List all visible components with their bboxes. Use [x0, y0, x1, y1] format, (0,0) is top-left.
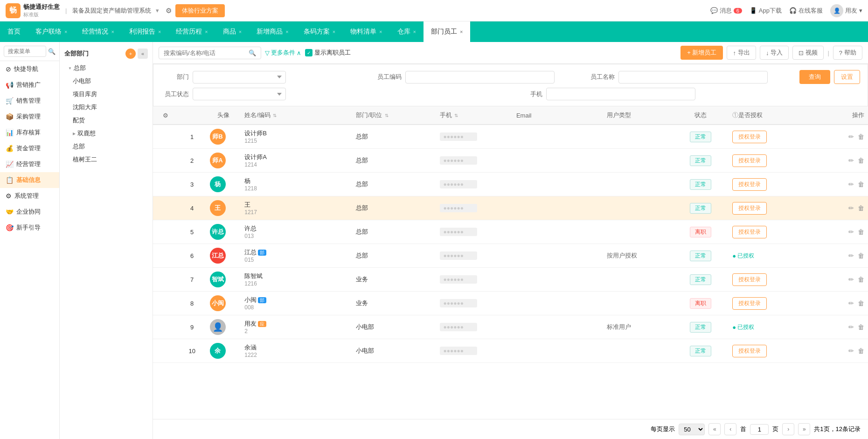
th-dept[interactable]: 部门/职位 ⇅	[352, 106, 436, 125]
close-icon[interactable]: ×	[158, 29, 161, 35]
auth-login-button[interactable]: 授权登录	[732, 154, 767, 167]
page-number-input[interactable]	[750, 424, 769, 435]
sidebar-item-basic[interactable]: 📋基础信息	[0, 172, 59, 188]
chevron-down-icon[interactable]: ▾	[156, 7, 159, 14]
delete-button[interactable]: 🗑	[858, 300, 864, 307]
add-employee-button[interactable]: + 新增员工	[681, 46, 723, 60]
edit-button[interactable]: ✏	[848, 323, 854, 331]
tab-warehouse[interactable]: 仓库 ×	[390, 21, 424, 42]
delete-button[interactable]: 🗑	[858, 276, 864, 283]
tab-home[interactable]: 首页	[0, 21, 28, 42]
dept-tree-item-shuanglu[interactable]: ▶ 双鹿想	[60, 127, 153, 140]
dept-tree-item-shenyang[interactable]: 沈阳大库	[60, 101, 153, 114]
tab-customer[interactable]: 客户联络 ×	[28, 21, 75, 42]
sidebar-item-company[interactable]: 🤝企业协同	[0, 204, 59, 220]
dept-tree-item-zongbu-parent[interactable]: ▼ 总部	[60, 62, 153, 75]
search-input[interactable]	[164, 49, 247, 56]
sidebar-item-system[interactable]: ⚙系统管理	[0, 188, 59, 204]
auth-login-button[interactable]: 授权登录	[732, 178, 767, 191]
trial-button[interactable]: 体验行业方案	[175, 4, 225, 17]
delete-button[interactable]: 🗑	[858, 157, 864, 164]
show-resigned-toggle[interactable]: ✓ 显示离职员工	[305, 49, 351, 57]
delete-button[interactable]: 🗑	[858, 181, 864, 188]
dept-add-icon[interactable]: +	[125, 49, 136, 59]
export-button[interactable]: ↑ 导出	[727, 46, 756, 60]
last-page-button[interactable]: »	[798, 423, 810, 435]
close-icon[interactable]: ×	[64, 29, 67, 35]
close-icon[interactable]: ×	[239, 29, 242, 35]
app-download-item[interactable]: 📱 App下载	[750, 7, 782, 15]
more-conditions-button[interactable]: ▽ 更多条件 ∧	[265, 49, 301, 57]
delete-button[interactable]: 🗑	[858, 228, 864, 236]
prev-page-button[interactable]: ‹	[724, 423, 736, 435]
dept-tree-item-project[interactable]: 项目库房	[60, 88, 153, 101]
column-settings-icon[interactable]: ⚙	[163, 112, 168, 119]
sidebar-item-purchase[interactable]: 📦采购管理	[0, 109, 59, 125]
sidebar-item-guide[interactable]: 🎯新手引导	[0, 220, 59, 236]
sidebar-item-marketing[interactable]: 📢营销推广	[0, 77, 59, 93]
edit-button[interactable]: ✏	[848, 300, 854, 307]
sidebar-item-operation[interactable]: 📈经营管理	[0, 156, 59, 172]
edit-button[interactable]: ✏	[848, 276, 854, 283]
close-icon[interactable]: ×	[379, 29, 382, 35]
page-size-select[interactable]: 50 100 200	[679, 424, 705, 435]
delete-button[interactable]: 🗑	[858, 133, 864, 140]
query-button[interactable]: 查询	[799, 70, 830, 84]
auth-login-button[interactable]: 授权登录	[732, 297, 767, 310]
tab-goods[interactable]: 商品 ×	[215, 21, 249, 42]
sidebar-item-inventory[interactable]: 📊库存核算	[0, 125, 59, 140]
th-phone[interactable]: 手机 ⇅	[436, 106, 513, 125]
tab-operation-history[interactable]: 经营历程 ×	[168, 21, 215, 42]
empstatus-select[interactable]	[193, 88, 286, 100]
import-button[interactable]: ↓ 导入	[760, 46, 789, 60]
delete-button[interactable]: 🗑	[858, 252, 864, 259]
edit-button[interactable]: ✏	[848, 133, 854, 140]
close-icon[interactable]: ×	[111, 29, 114, 35]
settings-icon[interactable]: ⚙	[166, 7, 172, 15]
next-page-button[interactable]: ›	[782, 423, 794, 435]
delete-button[interactable]: 🗑	[858, 347, 864, 355]
edit-button[interactable]: ✏	[848, 347, 854, 355]
edit-button[interactable]: ✏	[848, 228, 854, 236]
empname-input[interactable]	[618, 71, 768, 84]
tab-profit[interactable]: 利润报告 ×	[122, 21, 168, 42]
close-icon[interactable]: ×	[333, 29, 335, 35]
empcode-input[interactable]	[405, 71, 555, 84]
tab-barcode[interactable]: 条码方案 ×	[296, 21, 343, 42]
auth-login-button[interactable]: 授权登录	[732, 226, 767, 238]
edit-button[interactable]: ✏	[848, 252, 854, 259]
user-item[interactable]: 👤 用友 ▾	[830, 4, 862, 17]
sidebar-item-shortcut[interactable]: ⊘快捷导航	[0, 61, 59, 77]
th-name[interactable]: 姓名/编码 ⇅	[241, 106, 352, 125]
tab-operation-status[interactable]: 经营情况 ×	[75, 21, 121, 42]
sidebar-item-sales[interactable]: 🛒销售管理	[0, 93, 59, 109]
auth-login-button[interactable]: 授权登录	[732, 131, 767, 143]
help-button[interactable]: ? 帮助	[833, 46, 862, 60]
dept-collapse-icon[interactable]: «	[138, 49, 148, 59]
first-page-button[interactable]: «	[708, 423, 721, 435]
phone-input[interactable]	[546, 88, 695, 100]
auth-login-button[interactable]: 授权登录	[732, 273, 767, 286]
delete-button[interactable]: 🗑	[858, 323, 864, 331]
edit-button[interactable]: ✏	[848, 157, 854, 164]
auth-login-button[interactable]: 授权登录	[732, 202, 767, 215]
auth-login-button[interactable]: 授权登录	[732, 345, 767, 357]
view-button[interactable]: ⊡ 视频	[792, 46, 824, 60]
tab-bom[interactable]: 物料清单 ×	[343, 21, 389, 42]
edit-button[interactable]: ✏	[848, 181, 854, 188]
tab-add-goods[interactable]: 新增商品 ×	[249, 21, 296, 42]
dept-tree-item-xiaodian[interactable]: 小电部	[60, 75, 153, 88]
sidebar-item-finance[interactable]: 💰资金管理	[0, 140, 59, 156]
close-icon[interactable]: ×	[460, 29, 463, 35]
close-icon[interactable]: ×	[285, 29, 288, 35]
message-icon-item[interactable]: 💬 消息 6	[710, 7, 742, 15]
edit-button[interactable]: ✏	[848, 204, 854, 212]
sidebar-search-input[interactable]	[4, 46, 46, 57]
online-service-item[interactable]: 🎧 在线客服	[789, 7, 823, 15]
tab-employees[interactable]: 部门员工 ×	[424, 21, 470, 42]
delete-button[interactable]: 🗑	[858, 204, 864, 212]
close-icon[interactable]: ×	[205, 29, 208, 35]
close-icon[interactable]: ×	[413, 29, 416, 35]
dept-tree-item-peihuo[interactable]: 配货	[60, 114, 153, 127]
th-settings[interactable]: ⚙	[153, 106, 178, 125]
